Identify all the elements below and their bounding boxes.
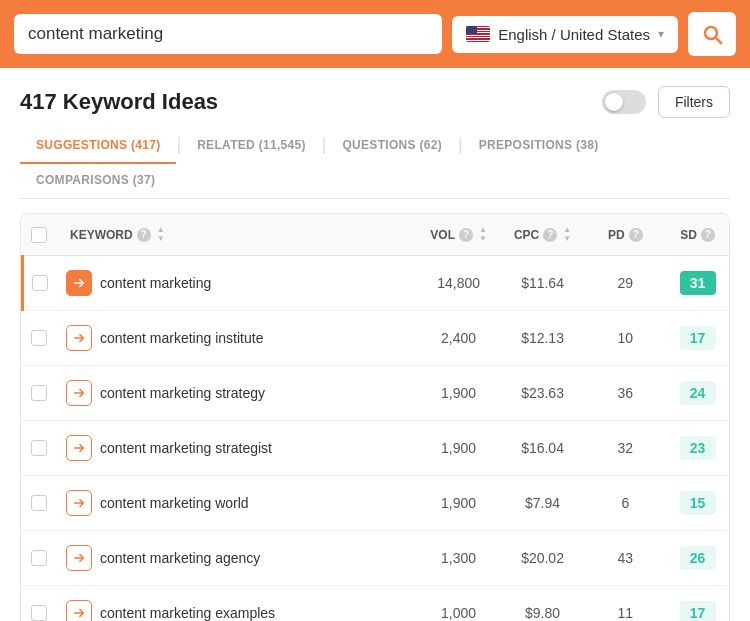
sort-desc-icon: ▼ xyxy=(157,235,165,243)
table-row: content marketing examples 1,000 $9.80 1… xyxy=(23,586,730,622)
row-checkbox[interactable] xyxy=(32,275,48,291)
table-row: content marketing agency 1,300 $20.02 43… xyxy=(23,531,730,586)
language-selector[interactable]: English / United States ▾ xyxy=(452,16,678,53)
arrow-right-icon xyxy=(72,551,86,565)
row-sd-cell: 23 xyxy=(666,421,729,476)
row-cpc-cell: $20.02 xyxy=(501,531,585,586)
keyword-text: content marketing institute xyxy=(100,330,263,346)
keyword-text: content marketing agency xyxy=(100,550,260,566)
keyword-arrow-button[interactable] xyxy=(66,545,92,571)
keyword-text: content marketing strategy xyxy=(100,385,265,401)
tab-related[interactable]: RELATED (11,545) xyxy=(181,132,322,164)
search-button[interactable] xyxy=(688,12,736,56)
vol-sort-asc: ▲ xyxy=(479,226,487,234)
sd-badge: 26 xyxy=(680,546,716,570)
search-input[interactable] xyxy=(28,24,428,44)
arrow-right-icon xyxy=(72,331,86,345)
row-vol-cell: 1,900 xyxy=(417,476,501,531)
row-cpc-cell: $7.94 xyxy=(501,476,585,531)
keyword-ideas-header: 417 Keyword Ideas Filters xyxy=(20,86,730,118)
row-checkbox-cell xyxy=(23,531,57,586)
search-input-wrapper[interactable] xyxy=(14,14,442,54)
row-vol-cell: 1,300 xyxy=(417,531,501,586)
tab-comparisons[interactable]: COMPARISONS (37) xyxy=(20,167,171,199)
arrow-right-icon xyxy=(72,606,86,620)
row-sd-cell: 17 xyxy=(666,586,729,622)
arrow-right-icon xyxy=(72,441,86,455)
keyword-text: content marketing xyxy=(100,275,211,291)
keyword-sort-arrows[interactable]: ▲ ▼ xyxy=(157,226,165,243)
row-checkbox[interactable] xyxy=(31,440,47,456)
col-pd[interactable]: PD ? xyxy=(585,214,667,256)
row-keyword-cell: content marketing strategist xyxy=(56,421,417,476)
arrow-right-icon xyxy=(72,496,86,510)
vol-sort-arrows[interactable]: ▲ ▼ xyxy=(479,226,487,243)
row-cpc-cell: $23.63 xyxy=(501,366,585,421)
keyword-table: KEYWORD ? ▲ ▼ VOL ? xyxy=(21,214,729,621)
tab-questions[interactable]: QUESTIONS (62) xyxy=(326,132,458,164)
sd-badge: 23 xyxy=(680,436,716,460)
table-row: content marketing institute 2,400 $12.13… xyxy=(23,311,730,366)
toggle-switch[interactable] xyxy=(602,90,646,114)
table-row: content marketing strategist 1,900 $16.0… xyxy=(23,421,730,476)
row-vol-cell: 1,900 xyxy=(417,366,501,421)
col-keyword[interactable]: KEYWORD ? ▲ ▼ xyxy=(56,214,417,256)
row-checkbox[interactable] xyxy=(31,550,47,566)
cpc-sort-asc: ▲ xyxy=(563,226,571,234)
col-vol[interactable]: VOL ? ▲ ▼ xyxy=(417,214,501,256)
col-pd-label: PD xyxy=(608,228,625,242)
cpc-sort-arrows[interactable]: ▲ ▼ xyxy=(563,226,571,243)
row-checkbox-cell xyxy=(23,586,57,622)
vol-help-icon: ? xyxy=(459,228,473,242)
row-sd-cell: 26 xyxy=(666,531,729,586)
keyword-arrow-button[interactable] xyxy=(66,270,92,296)
row-checkbox-cell xyxy=(23,256,57,311)
main-content: 417 Keyword Ideas Filters SUGGESTIONS (4… xyxy=(0,68,750,621)
keyword-arrow-button[interactable] xyxy=(66,380,92,406)
keyword-help-icon: ? xyxy=(137,228,151,242)
col-checkbox xyxy=(23,214,57,256)
row-keyword-cell: content marketing strategy xyxy=(56,366,417,421)
row-keyword-cell: content marketing agency xyxy=(56,531,417,586)
row-checkbox[interactable] xyxy=(31,605,47,621)
row-checkbox-cell xyxy=(23,311,57,366)
sd-help-icon: ? xyxy=(701,228,715,242)
row-checkbox[interactable] xyxy=(31,495,47,511)
table-row: content marketing world 1,900 $7.94 6 15 xyxy=(23,476,730,531)
row-cpc-cell: $11.64 xyxy=(501,256,585,311)
row-pd-cell: 11 xyxy=(585,586,667,622)
keyword-text: content marketing examples xyxy=(100,605,275,621)
row-pd-cell: 36 xyxy=(585,366,667,421)
keyword-ideas-title: 417 Keyword Ideas xyxy=(20,89,218,115)
keyword-arrow-button[interactable] xyxy=(66,435,92,461)
row-checkbox[interactable] xyxy=(31,330,47,346)
row-checkbox-cell xyxy=(23,476,57,531)
row-checkbox-cell xyxy=(23,421,57,476)
col-sd[interactable]: SD ? xyxy=(666,214,729,256)
table-row: content marketing 14,800 $11.64 29 31 xyxy=(23,256,730,311)
filters-button[interactable]: Filters xyxy=(658,86,730,118)
col-cpc-label: CPC xyxy=(514,228,539,242)
row-sd-cell: 17 xyxy=(666,311,729,366)
keyword-arrow-button[interactable] xyxy=(66,490,92,516)
row-vol-cell: 1,900 xyxy=(417,421,501,476)
col-cpc[interactable]: CPC ? ▲ ▼ xyxy=(501,214,585,256)
tab-suggestions[interactable]: SUGGESTIONS (417) xyxy=(20,132,176,164)
cpc-sort-desc: ▼ xyxy=(563,235,571,243)
row-vol-cell: 14,800 xyxy=(417,256,501,311)
table-row: content marketing strategy 1,900 $23.63 … xyxy=(23,366,730,421)
keyword-text: content marketing world xyxy=(100,495,249,511)
header-checkbox[interactable] xyxy=(31,227,47,243)
table-header-row: KEYWORD ? ▲ ▼ VOL ? xyxy=(23,214,730,256)
row-checkbox[interactable] xyxy=(31,385,47,401)
row-sd-cell: 15 xyxy=(666,476,729,531)
header-right-controls: Filters xyxy=(602,86,730,118)
search-icon xyxy=(700,22,724,46)
keyword-arrow-button[interactable] xyxy=(66,600,92,621)
keyword-arrow-button[interactable] xyxy=(66,325,92,351)
tab-prepositions[interactable]: PREPOSITIONS (38) xyxy=(463,132,615,164)
row-keyword-cell: content marketing institute xyxy=(56,311,417,366)
sd-badge: 24 xyxy=(680,381,716,405)
pd-help-icon: ? xyxy=(629,228,643,242)
row-keyword-cell: content marketing xyxy=(56,256,417,311)
